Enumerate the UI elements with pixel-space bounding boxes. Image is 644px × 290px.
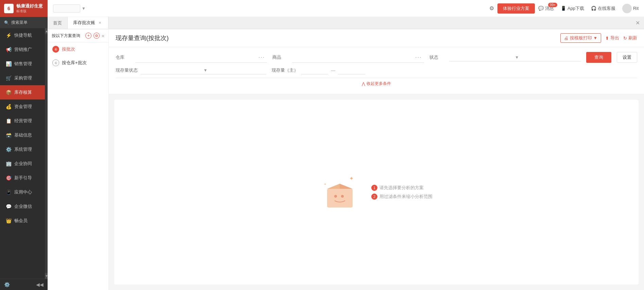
inventory-status-label: 现存量状态 [116,67,138,73]
breadcrumb-dropdown-icon[interactable]: ▼ [82,6,86,11]
sidebar-item-purchase[interactable]: 🛒 采购管理 [0,71,45,85]
by-batch-label: 按批次 [62,46,75,52]
sidebar-item-vip[interactable]: 👑 畅会员 [0,214,45,228]
sidebar-nav: ⚡ 快捷导航 📢 营销推广 📊 销售管理 🛒 采购管理 📦 库存核算 💰 [0,28,45,279]
sidebar-item-marketing[interactable]: 📢 营销推广 [0,42,45,57]
empty-hint-1: 1 请先选择要分析的方案 [371,185,433,191]
breadcrumb: ▼ [53,4,486,13]
tab-close-btn[interactable]: × [97,20,103,25]
online-service-label: 在线客服 [598,5,615,12]
by-batch-icon: ⑥ [52,46,59,53]
sidebar-item-label: 库存核算 [14,89,32,95]
collapse-conditions-btn[interactable]: ⋀ 收起更多条件 [116,78,637,89]
sidebar-item-label: 畅会员 [14,218,28,224]
system-icon: ⚙️ [5,146,12,152]
query-btn[interactable]: 查询 [586,52,611,63]
topbar-gear-icon[interactable]: ⚙ [489,5,494,12]
tab-inventory-batch[interactable]: 库存批次账 × [68,17,108,29]
add-scheme-btn[interactable]: + [85,33,91,39]
messages-btn[interactable]: 💬 消息 99+ [538,5,554,12]
inventory-icon: 📦 [5,89,12,95]
sidebar-item-label: 企业微信 [14,203,32,210]
sidebar-item-sales[interactable]: 📊 销售管理 [0,57,45,71]
scroll-down-btn[interactable]: ▼ [45,273,48,279]
hint-2-num: 2 [371,194,377,200]
empty-text-block: 1 请先选择要分析的方案 2 用过滤条件来缩小分析范围 [371,185,433,200]
scheme-by-warehouse-batch[interactable]: ⑥ 按仓库+批次 [48,56,108,70]
newbie-icon: 🎯 [5,175,12,181]
sidebar-item-apps[interactable]: 📱 应用中心 [0,185,45,199]
sidebar: 6 畅康通好生意 标准版 🔍 搜索菜单 ⚡ 快捷导航 📢 营销推广 📊 销售管理 [0,0,48,290]
status-select[interactable]: ▼ [449,54,581,61]
topbar: ▼ ⚙ 体验行业方案 💬 消息 99+ 📱 App下载 🎧 在线客服 Rit [48,0,644,17]
inventory-status-filter: 现存量状态 ▼ [116,67,266,74]
sidebar-item-system[interactable]: ⚙️ 系统管理 [0,142,45,157]
tab-home[interactable]: 首页 [48,17,68,29]
left-panel-header: 按以下方案查询 + ⚙ « [48,29,108,42]
search-icon: 🔍 [4,20,9,25]
inventory-qty-to[interactable] [338,66,365,74]
inventory-qty-filter: 现存量（主） — [272,66,422,74]
export-icon: ⬆ [605,36,609,41]
warehouse-filter: 仓库 ··· [116,52,267,63]
sidebar-item-label: 系统管理 [14,146,32,152]
sidebar-search[interactable]: 🔍 搜索菜单 [0,17,48,28]
experience-btn[interactable]: 体验行业方案 [497,3,535,14]
inventory-qty-label: 现存量（主） [272,67,298,73]
sidebar-item-finance[interactable]: 💰 资金管理 [0,99,45,114]
marketing-icon: 📢 [5,47,12,53]
sidebar-item-newbie[interactable]: 🎯 新手引导 [0,171,45,185]
sidebar-scrollbar: ▲ ▼ [45,28,48,279]
product-input[interactable] [294,53,415,61]
product-dots-btn[interactable]: ··· [415,54,422,60]
hint-1-text: 请先选择要分析的方案 [379,185,424,191]
print-btn[interactable]: 🖨 按模板打印 ▼ [560,33,601,43]
online-service-btn[interactable]: 🎧 在线客服 [591,5,615,12]
scheme-settings-btn[interactable]: ⚙ [94,33,100,39]
print-dropdown-icon[interactable]: ▼ [593,36,597,40]
sidebar-item-label: 资金管理 [14,104,32,110]
collapse-up-icon: ⋀ [362,81,365,86]
tabbar: 首页 库存批次账 × ✕ [48,17,644,29]
empty-illustration: ✦ ✦ [320,172,361,213]
export-btn[interactable]: ⬆ 导出 [605,35,619,41]
sidebar-item-enterprise[interactable]: 🏢 企业协同 [0,157,45,171]
vip-icon: 👑 [5,218,12,224]
sidebar-item-label: 快捷导航 [14,32,32,38]
empty-content: ✦ ✦ 1 请先选择要分析的方案 2 用过滤条件来缩小分析范围 [320,172,433,213]
hint-2-text: 用过滤条件来缩小分析范围 [379,194,433,200]
sidebar-item-basic-info[interactable]: 🗃️ 基础信息 [0,128,45,142]
svg-text:✦: ✦ [349,176,354,181]
product-filter: 商品 ··· [272,52,424,63]
sidebar-settings-btn[interactable]: ⚙️ [4,282,10,287]
basic-info-icon: 🗃️ [5,132,12,138]
sidebar-item-quick-nav[interactable]: ⚡ 快捷导航 [0,28,45,42]
tabbar-close-all-btn[interactable]: ✕ [631,17,644,29]
sidebar-item-wechat[interactable]: 💬 企业微信 [0,199,45,214]
messages-icon: 💬 [538,6,544,11]
panel-collapse-icon[interactable]: « [102,33,104,38]
range-separator: — [331,68,335,73]
warehouse-input[interactable] [137,53,258,61]
app-download-label: App下载 [567,5,584,12]
export-btn-label: 导出 [610,35,619,41]
user-avatar-area[interactable]: Rit [622,4,639,13]
user-avatar [622,4,632,13]
refresh-btn[interactable]: ↻ 刷新 [623,35,637,41]
sidebar-item-inventory[interactable]: 📦 库存核算 [0,85,45,99]
settings-btn[interactable]: 设置 [617,52,637,63]
scroll-up-btn[interactable]: ▲ [45,28,48,34]
warehouse-dots-btn[interactable]: ··· [258,54,265,60]
operations-icon: 📋 [5,118,12,124]
breadcrumb-input[interactable] [53,4,80,13]
app-download-btn[interactable]: 📱 App下载 [561,5,584,12]
inventory-status-select[interactable]: ▼ [140,67,266,74]
inventory-qty-from[interactable] [301,66,328,74]
sidebar-collapse-btn[interactable]: ◀◀ [36,282,44,287]
refresh-icon: ↻ [623,36,627,41]
scheme-by-batch[interactable]: ⑥ 按批次 [48,42,108,56]
sidebar-item-operations[interactable]: 📋 经营管理 [0,114,45,128]
wechat-icon: 💬 [5,203,12,210]
product-label: 商品 [272,54,289,60]
print-icon: 🖨 [564,36,569,41]
